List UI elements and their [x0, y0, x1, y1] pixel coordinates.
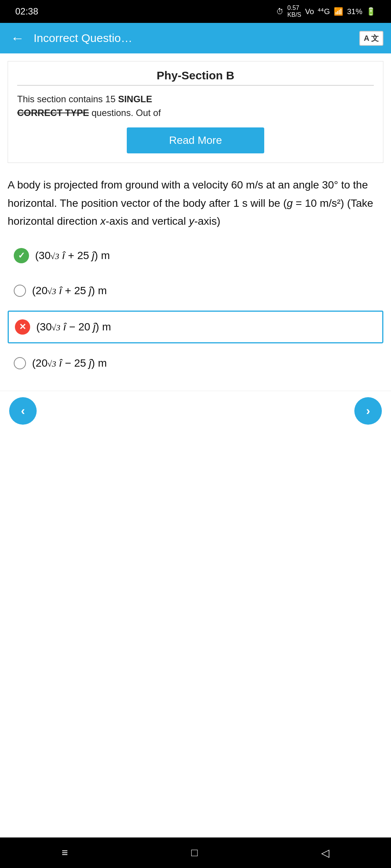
wrong-icon	[15, 319, 30, 335]
math-y: y	[189, 215, 194, 227]
nav-buttons: ‹ ›	[0, 391, 391, 431]
sqrt-d: √3	[47, 358, 59, 369]
strikethrough-text: CORRECT TYPE	[17, 108, 89, 118]
system-bar: ≡ □ ◁	[0, 837, 391, 868]
sqrt-a: √3	[50, 251, 62, 261]
status-bar: 02:38 ⏱ 0.57KB/S Vo ⁴⁴G 📶 31% 🔋	[0, 0, 391, 23]
nav-bar: ← Incorrect Questio… A 文	[0, 23, 391, 53]
menu-button[interactable]: ≡	[54, 843, 75, 863]
sqrt-c: √3	[52, 322, 63, 333]
options-container: (30√3î + 25 ĵ) m (20√3î + 25 ĵ) m (30√3î…	[0, 237, 391, 391]
main-content: Phy-Section B This section contains 15 S…	[0, 53, 391, 837]
option-b-text: (20√3î + 25 ĵ) m	[32, 285, 107, 297]
section-card: Phy-Section B This section contains 15 S…	[8, 61, 383, 163]
svg-text:√3: √3	[47, 287, 56, 296]
question-text: A body is projected from ground with a v…	[0, 167, 391, 237]
svg-text:√3: √3	[47, 359, 56, 369]
sqrt-b: √3	[47, 286, 59, 296]
option-a[interactable]: (30√3î + 25 ĵ) m	[8, 240, 383, 271]
back-system-button[interactable]: ◁	[313, 843, 337, 863]
lte-icon: ⁴⁴G	[318, 7, 330, 16]
read-more-button[interactable]: Read More	[127, 127, 264, 153]
section-title: Phy-Section B	[17, 69, 374, 85]
nav-title: Incorrect Questio…	[34, 32, 353, 45]
next-button[interactable]: ›	[354, 397, 382, 425]
math-x: x	[100, 215, 106, 227]
bold-single: SINGLE	[118, 94, 152, 104]
battery-level: 31%	[347, 7, 362, 16]
option-d-text: (20√3î − 25 ĵ) m	[32, 357, 107, 369]
math-g: g	[287, 197, 293, 209]
option-b-radio	[14, 285, 26, 297]
prev-button[interactable]: ‹	[9, 397, 37, 425]
battery-icon: 🔋	[366, 7, 376, 16]
svg-text:√3: √3	[52, 323, 60, 332]
back-button[interactable]: ←	[8, 27, 27, 49]
svg-text:√3: √3	[50, 251, 59, 261]
status-icons: ⏱ 0.57KB/S Vo ⁴⁴G 📶 31% 🔋	[276, 5, 376, 18]
vo-icon: Vo	[305, 7, 314, 16]
section-description: This section contains 15 SINGLE CORRECT …	[17, 92, 374, 120]
option-d[interactable]: (20√3î − 25 ĵ) m	[8, 349, 383, 377]
option-b[interactable]: (20√3î + 25 ĵ) m	[8, 277, 383, 304]
home-button[interactable]: □	[184, 843, 205, 863]
option-c-text: (30√3î − 20 ĵ) m	[36, 321, 111, 333]
option-d-radio	[14, 357, 26, 369]
alarm-icon: ⏱	[276, 7, 284, 16]
option-c[interactable]: (30√3î − 20 ĵ) m	[8, 311, 383, 343]
network-speed: 0.57KB/S	[288, 5, 301, 18]
time-display: 02:38	[15, 6, 38, 17]
correct-icon	[14, 248, 29, 263]
option-a-text: (30√3î + 25 ĵ) m	[35, 250, 110, 262]
translate-button[interactable]: A 文	[359, 31, 383, 46]
signal-icon: 📶	[334, 7, 343, 16]
